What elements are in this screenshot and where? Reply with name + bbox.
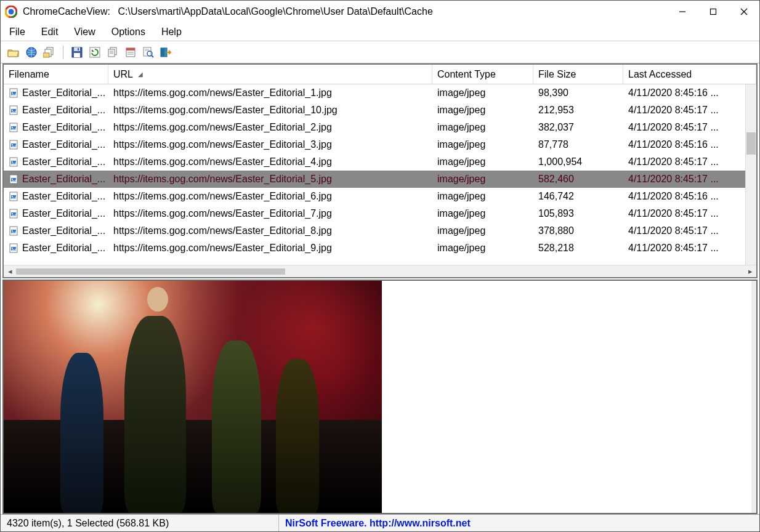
column-header-accessed[interactable]: Last Accessed bbox=[623, 65, 756, 84]
filename-text: Easter_Editorial_... bbox=[22, 87, 105, 99]
table-row[interactable]: Easter_Editorial_...https://items.gog.co… bbox=[4, 84, 756, 102]
svg-point-47 bbox=[12, 161, 13, 163]
image-file-icon bbox=[9, 209, 18, 219]
menu-edit[interactable]: Edit bbox=[39, 25, 61, 39]
toolbar bbox=[1, 41, 759, 63]
table-row[interactable]: Easter_Editorial_...https://items.gog.co… bbox=[4, 119, 756, 136]
preview-image bbox=[4, 281, 382, 513]
copy-icon[interactable] bbox=[105, 44, 121, 60]
table-row[interactable]: Easter_Editorial_...https://items.gog.co… bbox=[4, 188, 756, 205]
cell-file-size: 582,460 bbox=[533, 174, 623, 185]
save-icon[interactable] bbox=[69, 44, 85, 60]
column-header-ctype[interactable]: Content Type bbox=[432, 65, 533, 84]
hscroll-thumb[interactable] bbox=[16, 268, 285, 275]
maximize-button[interactable] bbox=[698, 1, 729, 23]
svg-rect-23 bbox=[126, 48, 135, 50]
table-row[interactable]: Easter_Editorial_...https://items.gog.co… bbox=[4, 171, 756, 188]
hscroll-track[interactable] bbox=[16, 267, 744, 276]
status-credit-label: NirSoft Freeware. bbox=[285, 518, 370, 528]
properties-icon[interactable] bbox=[123, 44, 139, 60]
image-file-icon bbox=[9, 123, 18, 132]
cell-last-accessed: 4/11/2020 8:45:16 ... bbox=[623, 139, 756, 150]
cell-file-size: 1,000,954 bbox=[533, 156, 623, 167]
image-file-icon bbox=[9, 140, 18, 150]
title-bar: ChromeCacheView: C:\Users\marti\AppData\… bbox=[1, 1, 759, 23]
cell-filename: Easter_Editorial_... bbox=[4, 243, 108, 254]
status-bar: 4320 item(s), 1 Selected (568.81 KB) Nir… bbox=[1, 514, 759, 531]
svg-rect-18 bbox=[108, 49, 115, 57]
svg-point-50 bbox=[12, 179, 13, 180]
cell-url: https://items.gog.com/news/Easter_Editor… bbox=[108, 225, 432, 236]
table-row[interactable]: Easter_Editorial_...https://items.gog.co… bbox=[4, 240, 756, 257]
filename-text: Easter_Editorial_... bbox=[22, 243, 105, 254]
window-controls bbox=[667, 1, 759, 23]
cell-filename: Easter_Editorial_... bbox=[4, 105, 108, 116]
cell-last-accessed: 4/11/2020 8:45:16 ... bbox=[623, 87, 756, 99]
cell-last-accessed: 4/11/2020 8:45:17 ... bbox=[623, 243, 756, 254]
table-row[interactable]: Easter_Editorial_...https://items.gog.co… bbox=[4, 205, 756, 222]
filename-text: Easter_Editorial_... bbox=[22, 122, 105, 133]
scroll-left-arrow-icon[interactable]: ◂ bbox=[5, 267, 15, 276]
cell-url: https://items.gog.com/news/Easter_Editor… bbox=[108, 105, 432, 116]
cell-filename: Easter_Editorial_... bbox=[4, 208, 108, 219]
svg-rect-13 bbox=[74, 47, 80, 51]
app-window: ChromeCacheView: C:\Users\marti\AppData\… bbox=[0, 0, 760, 532]
filename-text: Easter_Editorial_... bbox=[22, 208, 105, 219]
app-title-path: C:\Users\marti\AppData\Local\Google\Chro… bbox=[118, 6, 432, 17]
table-row[interactable]: Easter_Editorial_...https://items.gog.co… bbox=[4, 222, 756, 240]
scrollbar-thumb[interactable] bbox=[746, 132, 756, 155]
scroll-right-arrow-icon[interactable]: ▸ bbox=[745, 267, 755, 276]
svg-point-38 bbox=[12, 110, 13, 111]
app-title-label: ChromeCacheView: bbox=[23, 6, 110, 17]
menu-help[interactable]: Help bbox=[159, 25, 184, 39]
open-folder-icon[interactable] bbox=[6, 44, 22, 60]
refresh-icon[interactable] bbox=[87, 44, 103, 60]
cell-last-accessed: 4/11/2020 8:45:17 ... bbox=[623, 105, 756, 116]
sort-indicator-icon: ◢ bbox=[138, 71, 143, 78]
column-header-filename[interactable]: Filename bbox=[4, 65, 108, 84]
menu-file[interactable]: File bbox=[7, 25, 28, 39]
preview-scrollbar[interactable] bbox=[751, 281, 756, 513]
exit-icon[interactable] bbox=[158, 44, 174, 60]
svg-line-30 bbox=[152, 55, 153, 57]
table-row[interactable]: Easter_Editorial_...https://items.gog.co… bbox=[4, 102, 756, 119]
column-header-url[interactable]: URL◢ bbox=[108, 65, 432, 84]
cell-last-accessed: 4/11/2020 8:45:17 ... bbox=[623, 225, 756, 236]
menu-bar: FileEditViewOptionsHelp bbox=[1, 23, 759, 41]
copy-url-icon[interactable] bbox=[41, 44, 57, 60]
vertical-scrollbar[interactable] bbox=[745, 84, 756, 265]
cell-file-size: 382,037 bbox=[533, 122, 623, 133]
cell-content-type: image/jpeg bbox=[432, 208, 533, 219]
app-icon bbox=[4, 5, 18, 18]
column-header-size[interactable]: File Size bbox=[533, 65, 623, 84]
svg-rect-32 bbox=[161, 48, 164, 57]
image-file-icon bbox=[9, 243, 18, 253]
cell-file-size: 98,390 bbox=[533, 87, 623, 99]
menu-options[interactable]: Options bbox=[109, 25, 148, 39]
cell-url: https://items.gog.com/news/Easter_Editor… bbox=[108, 156, 432, 167]
find-icon[interactable] bbox=[140, 44, 156, 60]
svg-point-41 bbox=[12, 127, 13, 128]
cell-content-type: image/jpeg bbox=[432, 225, 533, 236]
filename-text: Easter_Editorial_... bbox=[22, 174, 105, 185]
svg-point-3 bbox=[9, 9, 14, 15]
status-credit: NirSoft Freeware. http://www.nirsoft.net bbox=[279, 518, 477, 529]
menu-view[interactable]: View bbox=[71, 25, 97, 39]
table-row[interactable]: Easter_Editorial_...https://items.gog.co… bbox=[4, 136, 756, 153]
svg-rect-5 bbox=[711, 9, 716, 15]
horizontal-scrollbar[interactable]: ◂ ▸ bbox=[4, 265, 756, 277]
cell-content-type: image/jpeg bbox=[432, 87, 533, 99]
globe-icon[interactable] bbox=[23, 44, 39, 60]
cell-last-accessed: 4/11/2020 8:45:17 ... bbox=[623, 208, 756, 219]
svg-point-59 bbox=[12, 230, 13, 232]
minimize-button[interactable] bbox=[667, 1, 698, 23]
cell-url: https://items.gog.com/news/Easter_Editor… bbox=[108, 122, 432, 133]
filename-text: Easter_Editorial_... bbox=[22, 139, 105, 150]
status-credit-link[interactable]: http://www.nirsoft.net bbox=[370, 518, 471, 528]
cell-file-size: 87,778 bbox=[533, 139, 623, 150]
cell-content-type: image/jpeg bbox=[432, 243, 533, 254]
cell-filename: Easter_Editorial_... bbox=[4, 122, 108, 133]
table-row[interactable]: Easter_Editorial_...https://items.gog.co… bbox=[4, 153, 756, 171]
svg-rect-15 bbox=[78, 48, 79, 50]
close-button[interactable] bbox=[729, 1, 759, 23]
